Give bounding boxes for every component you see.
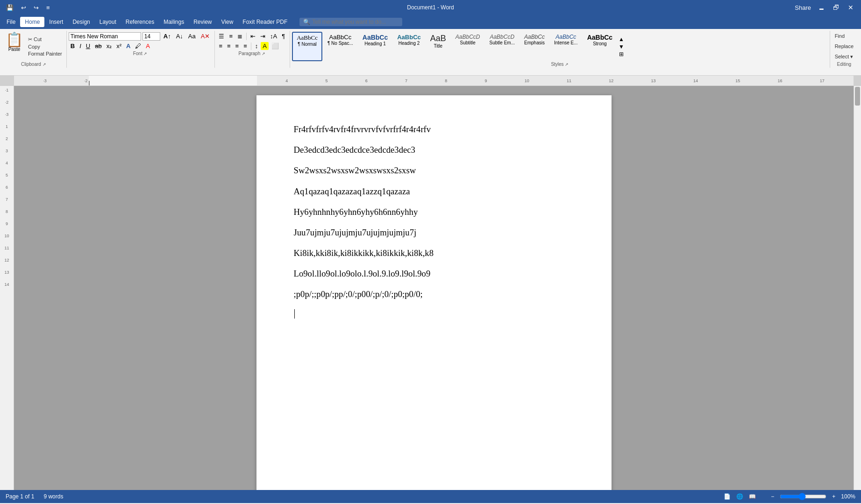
font-size-select[interactable]: [142, 32, 160, 41]
align-center-button[interactable]: ≡: [225, 42, 233, 50]
clipboard-group-label: Clipboard ↗: [4, 61, 64, 68]
zoom-slider[interactable]: [780, 493, 826, 500]
text-highlight-button[interactable]: 🖊: [133, 42, 143, 50]
right-scrollbar[interactable]: [854, 86, 861, 490]
line-3: Sw2wsxs2wsxsw2wsxswsxs2sxsw: [294, 164, 574, 177]
save-qat-button[interactable]: 💾: [4, 3, 16, 12]
styles-expand-icon[interactable]: ↗: [565, 62, 569, 67]
menu-file[interactable]: File: [2, 17, 20, 27]
strikethrough-button[interactable]: ab: [93, 42, 103, 50]
style-subtitle-preview: AaBbCcD: [455, 34, 480, 40]
text-effects-button[interactable]: A: [124, 42, 132, 50]
style-normal[interactable]: AaBbCc ¶ Normal: [292, 32, 322, 61]
title-bar: 💾 ↩ ↪ ≡ Document1 - Word Share 🗕 🗗 ✕: [0, 0, 861, 15]
styles-scroll-up[interactable]: ▲: [619, 36, 624, 43]
undo-qat-button[interactable]: ↩: [19, 3, 28, 12]
subscript-button[interactable]: x₂: [105, 42, 114, 50]
style-title-preview: AaB: [430, 34, 446, 43]
line-2: De3edcd3edc3edcdce3edcde3dec3: [294, 144, 574, 156]
menu-foxit[interactable]: Foxit Reader PDF: [238, 17, 292, 27]
font-group-label: Font ↗: [69, 50, 212, 57]
style-heading2[interactable]: AaBbCc Heading 2: [393, 32, 425, 61]
window-controls: Share 🗕 🗗 ✕: [792, 3, 857, 12]
underline-button[interactable]: U: [84, 42, 92, 50]
menu-references[interactable]: References: [121, 17, 159, 27]
italic-button[interactable]: I: [78, 42, 83, 50]
bullets-button[interactable]: ☰: [217, 32, 226, 41]
font-case-button[interactable]: Aa: [186, 32, 198, 41]
window-title: Document1 - Word: [407, 4, 454, 11]
document-area[interactable]: Fr4rfvfrfv4rvfr4frvrvrvfvfvrfrf4r4r4rfv …: [14, 86, 854, 490]
clipboard-expand-icon[interactable]: ↗: [43, 62, 46, 67]
styles-expand[interactable]: ⊞: [619, 51, 624, 57]
select-button[interactable]: Select ▾: [832, 52, 856, 61]
style-subtle-em[interactable]: AaBbCcD Subtle Em...: [485, 32, 519, 61]
minimize-button[interactable]: 🗕: [814, 3, 828, 12]
copy-button[interactable]: Copy: [27, 43, 64, 50]
line-spacing-button[interactable]: ↕: [253, 42, 260, 50]
style-intense-em[interactable]: AaBbCc Intense E...: [550, 32, 582, 61]
style-no-spacing-label: ¶ No Spac...: [327, 41, 353, 46]
share-button[interactable]: Share: [792, 3, 813, 12]
shrink-font-button[interactable]: A↓: [174, 32, 185, 41]
redo-qat-button[interactable]: ↪: [31, 3, 41, 12]
view-web-icon[interactable]: 🌐: [736, 493, 743, 500]
bold-button[interactable]: B: [69, 42, 77, 50]
style-emphasis[interactable]: AaBbCc Emphasis: [520, 32, 549, 61]
menu-mailings[interactable]: Mailings: [159, 17, 189, 27]
text-cursor: [294, 309, 295, 319]
cut-button[interactable]: ✂ Cut: [27, 36, 64, 43]
paragraph-expand-icon[interactable]: ↗: [262, 51, 265, 56]
font-name-select[interactable]: [69, 32, 141, 41]
style-strong[interactable]: AaBbCc Strong: [583, 32, 617, 61]
cursor-line[interactable]: [294, 309, 574, 319]
format-painter-button[interactable]: Format Painter: [27, 50, 64, 57]
view-print-icon[interactable]: 📄: [724, 493, 731, 500]
paste-label: Paste: [8, 47, 21, 52]
line-9: ;p0p/;;p0p/;pp/;0/;p00/;p/;0/;p0;p0/0;: [294, 288, 574, 300]
numbering-button[interactable]: ≡: [227, 32, 235, 41]
style-emphasis-preview: AaBbCc: [524, 34, 545, 40]
replace-button[interactable]: Replace: [832, 42, 856, 50]
font-color-button[interactable]: A: [144, 42, 152, 50]
customize-qat-button[interactable]: ≡: [44, 3, 52, 12]
find-button[interactable]: Find: [832, 32, 856, 40]
increase-indent-button[interactable]: ⇥: [258, 32, 267, 41]
paste-button[interactable]: 📋 Paste: [4, 32, 25, 61]
decrease-indent-button[interactable]: ⇤: [249, 32, 257, 41]
word-count: 9 words: [43, 493, 63, 500]
font-expand-icon[interactable]: ↗: [143, 51, 147, 56]
sort-button[interactable]: ↕A: [268, 32, 279, 41]
menu-home[interactable]: Home: [20, 17, 44, 27]
border-button[interactable]: ⬜: [270, 42, 281, 50]
style-no-spacing[interactable]: AaBbCc ¶ No Spac...: [323, 32, 357, 61]
menu-design[interactable]: Design: [68, 17, 94, 27]
close-button[interactable]: ✕: [844, 3, 857, 12]
zoom-in-icon[interactable]: +: [832, 493, 835, 500]
menu-layout[interactable]: Layout: [95, 17, 121, 27]
grow-font-button[interactable]: A↑: [162, 32, 173, 41]
style-heading1[interactable]: AaBbCc Heading 1: [358, 32, 392, 61]
justify-button[interactable]: ≡: [242, 42, 249, 50]
style-intense-em-preview: AaBbCc: [555, 34, 576, 40]
menu-insert[interactable]: Insert: [44, 17, 68, 27]
menu-bar: File Home Insert Design Layout Reference…: [0, 15, 861, 29]
tell-me-input[interactable]: [312, 19, 396, 25]
zoom-out-icon[interactable]: −: [771, 493, 774, 500]
show-marks-button[interactable]: ¶: [280, 32, 287, 41]
view-read-icon[interactable]: 📖: [749, 493, 756, 500]
maximize-button[interactable]: 🗗: [829, 3, 843, 12]
clear-format-button[interactable]: A✕: [199, 32, 212, 41]
align-left-button[interactable]: ≡: [217, 42, 224, 50]
align-right-button[interactable]: ≡: [234, 42, 241, 50]
superscript-button[interactable]: x²: [114, 42, 123, 50]
style-title[interactable]: AaB Title: [426, 32, 450, 61]
menu-view[interactable]: View: [217, 17, 238, 27]
multilevel-list-button[interactable]: ≣: [235, 32, 244, 41]
document-content[interactable]: Fr4rfvfrfv4rvfr4frvrvrvfvfvrfrf4r4r4rfv …: [294, 123, 574, 319]
shading-button[interactable]: A: [261, 42, 269, 50]
font-group: A↑ A↓ Aa A✕ B I U ab x₂ x² A 🖊 A Font ↗: [67, 31, 215, 68]
style-subtitle[interactable]: AaBbCcD Subtitle: [451, 32, 484, 61]
styles-scroll-down[interactable]: ▼: [619, 43, 624, 50]
menu-review[interactable]: Review: [189, 17, 216, 27]
